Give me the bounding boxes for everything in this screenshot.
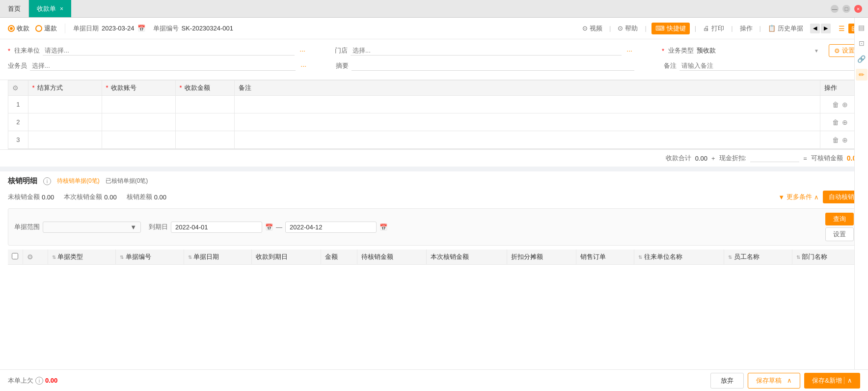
list-view-icon[interactable]: ☰ xyxy=(836,24,847,33)
row3-account[interactable] xyxy=(102,131,175,149)
th-amount-label: 收款金额 xyxy=(185,84,210,91)
party-input[interactable] xyxy=(43,46,295,56)
print-icon: 🖨 xyxy=(703,25,709,32)
row2-amount[interactable] xyxy=(175,113,234,131)
table-section: ⚙ * 结算方式 * 收款账号 * 收款金额 xyxy=(0,80,868,149)
row2-settle[interactable] xyxy=(28,113,102,131)
biz-type-dropdown-icon[interactable]: ▼ xyxy=(814,48,819,54)
discount-input[interactable] xyxy=(750,154,799,162)
th-amount: 金额 xyxy=(321,250,357,265)
save-draft-arrow-icon[interactable]: ∧ xyxy=(784,377,792,384)
party-more-icon[interactable]: ··· xyxy=(299,47,305,55)
th-remark: 备注 xyxy=(234,81,820,96)
save-draft-button[interactable]: 保存草稿 ∧ xyxy=(748,373,800,389)
sidebar-icon-grid[interactable]: ⊡ xyxy=(856,37,868,49)
th-ops-label: 操作 xyxy=(824,84,837,91)
th-gear: ⚙ xyxy=(8,81,28,96)
calendar-to-icon[interactable]: 📅 xyxy=(380,223,387,231)
row2-copy-icon[interactable]: ⊕ xyxy=(842,118,848,126)
help-icon: ⊙ xyxy=(618,25,623,32)
verify-info-icon[interactable]: i xyxy=(43,177,51,185)
verify-tab2[interactable]: 已核销单据(0笔) xyxy=(106,177,148,185)
sidebar-icon-edit[interactable]: ✏ xyxy=(856,69,868,81)
discard-button[interactable]: 放弃 xyxy=(710,373,744,389)
tab-receipt[interactable]: 收款单 × xyxy=(29,0,71,17)
date-to-input[interactable] xyxy=(285,222,377,233)
bottom-table-gear-icon[interactable]: ⚙ xyxy=(27,253,33,261)
table-row: 3 🗑 ⊕ xyxy=(8,131,860,149)
filter-icon: ▼ xyxy=(778,194,785,201)
calendar-icon[interactable]: 📅 xyxy=(137,25,145,32)
nav-prev[interactable]: ◀ xyxy=(810,24,820,33)
row3-delete-icon[interactable]: 🗑 xyxy=(832,136,839,144)
row3-remark[interactable] xyxy=(234,131,820,149)
gear-icon: ⚙ xyxy=(834,47,840,55)
table-gear-icon[interactable]: ⚙ xyxy=(12,84,19,92)
ops-button[interactable]: 操作 xyxy=(738,23,755,34)
settings-label: 设置 xyxy=(842,46,855,55)
th-this-verify: 本次核销金额 xyxy=(427,250,507,265)
tab-home[interactable]: 首页 xyxy=(0,0,29,17)
verify-section: 核销明细 i 待核销单据(0笔) 已核销单据(0笔) 未核销金额 0.00 本次… xyxy=(0,171,868,270)
date-from-input[interactable] xyxy=(171,222,262,233)
nav-next[interactable]: ▶ xyxy=(821,24,831,33)
sidebar-icon-table[interactable]: ▤ xyxy=(856,22,868,33)
video-button[interactable]: ⊙ 视频 xyxy=(580,23,604,34)
sidebar-icon-link[interactable]: 🔗 xyxy=(856,53,868,65)
radio-receipt-dot xyxy=(8,25,15,32)
minimize-button[interactable]: — xyxy=(831,5,839,13)
calendar-from-icon[interactable]: 📅 xyxy=(265,223,273,231)
staff-more-icon[interactable]: ··· xyxy=(300,62,306,70)
staff-input[interactable] xyxy=(30,61,296,71)
radio-receipt[interactable]: 收款 xyxy=(8,24,29,33)
select-all-checkbox[interactable] xyxy=(12,253,18,259)
th-pending-label: 待核销金额 xyxy=(361,253,393,260)
row1-account[interactable] xyxy=(102,96,175,113)
store-input[interactable] xyxy=(351,46,622,56)
party-required-mark: * xyxy=(8,47,10,55)
print-button[interactable]: 🖨 打印 xyxy=(701,23,726,34)
row2-remark[interactable] xyxy=(234,113,820,131)
date-value[interactable]: 2023-03-24 xyxy=(102,25,135,32)
row1-settle[interactable] xyxy=(28,96,102,113)
filter-settings-button[interactable]: 设置 xyxy=(825,227,854,241)
summary-input[interactable] xyxy=(352,61,634,71)
this-label: 本次核销金额 xyxy=(64,193,102,201)
query-button[interactable]: 查询 xyxy=(825,213,854,225)
row1-copy-icon[interactable]: ⊕ xyxy=(842,101,848,109)
biz-type-field: * 业务类型 预收款 ▼ xyxy=(662,46,819,55)
radio-group: 收款 退款 xyxy=(8,24,57,33)
date-range-field: 到期日 📅 — 📅 xyxy=(149,222,387,233)
row3-settle[interactable] xyxy=(28,131,102,149)
receipt-table: ⚙ * 结算方式 * 收款账号 * 收款金额 xyxy=(8,81,860,149)
staff-field: 业务员 ··· xyxy=(8,61,306,71)
th-gear-bottom: ⚙ xyxy=(23,250,48,265)
save-new-button[interactable]: 保存&新增 ∧ xyxy=(804,373,860,389)
shortcut-button[interactable]: ⌨ 快捷键 xyxy=(651,23,690,34)
row1-remark[interactable] xyxy=(234,96,820,113)
row3-amount[interactable] xyxy=(175,131,234,149)
th-due-date: 收款到期日 xyxy=(251,250,321,265)
row2-account[interactable] xyxy=(102,113,175,131)
footer-info-icon[interactable]: i xyxy=(35,377,43,385)
help-button[interactable]: ⊙ 帮助 xyxy=(616,23,640,34)
row1-delete-icon[interactable]: 🗑 xyxy=(832,101,839,109)
row3-copy-icon[interactable]: ⊕ xyxy=(842,136,848,144)
tab-close-icon[interactable]: × xyxy=(60,5,63,12)
close-button[interactable]: × xyxy=(854,5,862,13)
maximize-button[interactable]: □ xyxy=(842,5,850,13)
remark-input[interactable] xyxy=(679,61,860,71)
number-value[interactable]: SK-20230324-001 xyxy=(182,25,234,32)
biz-type-value[interactable]: 预收款 xyxy=(697,46,811,55)
range-select[interactable]: ▼ xyxy=(43,222,141,233)
save-new-arrow-icon[interactable]: ∧ xyxy=(844,377,852,384)
row1-amount[interactable] xyxy=(175,96,234,113)
history-button[interactable]: 📋 历史单据 xyxy=(766,23,805,34)
verify-table: ⚙ ⇅ 单据类型 ⇅ 单据编号 ⇅ 单据日期 xyxy=(8,250,860,265)
radio-refund[interactable]: 退款 xyxy=(35,24,57,33)
th-account: * 收款账号 xyxy=(102,81,175,96)
store-more-icon[interactable]: ··· xyxy=(626,47,632,55)
verify-tab1[interactable]: 待核销单据(0笔) xyxy=(57,177,100,185)
row2-delete-icon[interactable]: 🗑 xyxy=(832,118,839,126)
more-filter-button[interactable]: ▼ 更多条件 ∧ xyxy=(778,193,819,201)
